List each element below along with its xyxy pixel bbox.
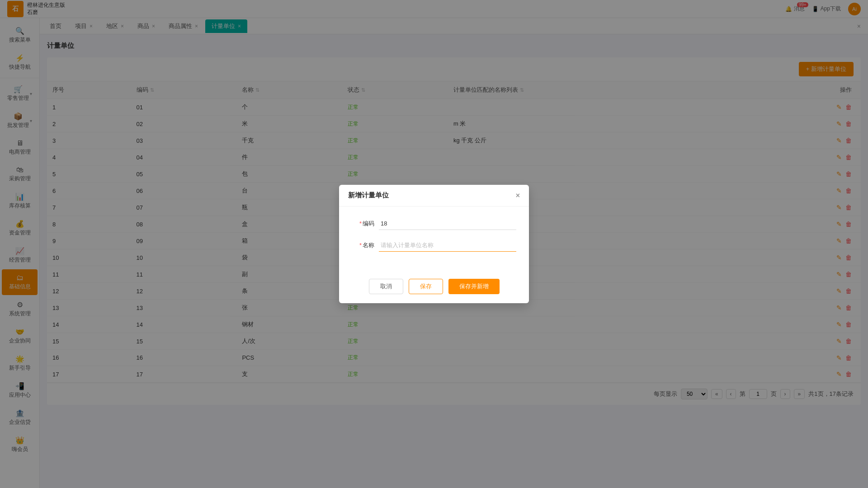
cancel-button[interactable]: 取消 xyxy=(369,279,403,294)
save-and-new-button[interactable]: 保存并新增 xyxy=(448,279,500,294)
name-input[interactable] xyxy=(379,239,516,252)
name-label: *名称 xyxy=(352,241,374,249)
code-form-row: *编码 xyxy=(352,217,516,230)
modal-footer: 取消 保存 保存并新增 xyxy=(339,272,529,303)
code-label: *编码 xyxy=(352,220,374,228)
code-input[interactable] xyxy=(379,217,516,230)
add-unit-modal: 新增计量单位 × *编码 *名称 取消 保存 保存并新增 xyxy=(339,185,529,303)
name-form-row: *名称 xyxy=(352,239,516,252)
modal-close-button[interactable]: × xyxy=(516,192,520,200)
modal-body: *编码 *名称 xyxy=(339,206,529,272)
modal-title: 新增计量单位 xyxy=(348,191,389,200)
save-button[interactable]: 保存 xyxy=(409,279,443,294)
modal-header: 新增计量单位 × xyxy=(339,185,529,206)
modal-overlay[interactable]: 新增计量单位 × *编码 *名称 取消 保存 保存并新增 xyxy=(0,0,868,488)
